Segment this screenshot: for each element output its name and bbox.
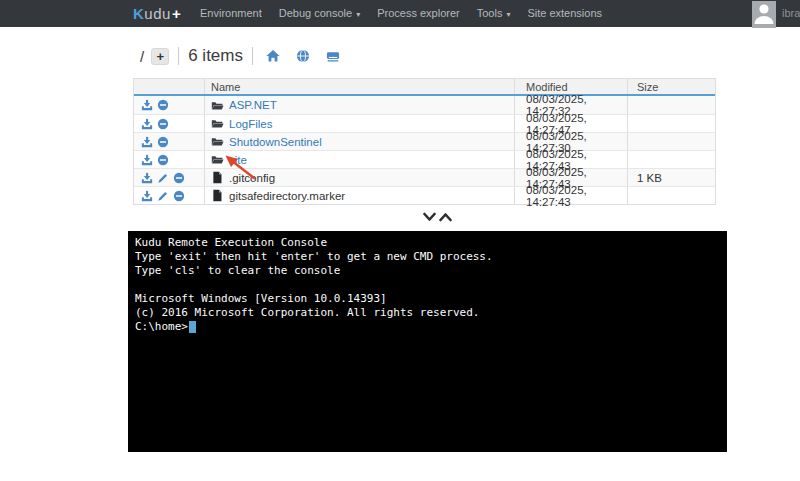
file-icon <box>211 189 224 202</box>
chevron-up-icon[interactable] <box>439 212 452 222</box>
download-icon[interactable] <box>141 99 153 111</box>
download-icon[interactable] <box>141 172 153 184</box>
size-cell: 1 KB <box>627 169 715 186</box>
column-header-size: Size <box>627 79 715 94</box>
name-cell: gitsafedirectory.marker <box>204 187 514 204</box>
chevron-down-icon[interactable] <box>423 212 436 222</box>
delete-icon[interactable] <box>157 99 169 111</box>
column-header-name: Name <box>204 79 514 94</box>
row-actions <box>134 133 204 150</box>
console-prompt-line: C:\home> <box>135 320 720 334</box>
user-avatar[interactable] <box>752 1 776 28</box>
breadcrumb-root[interactable]: / <box>140 48 144 65</box>
caret-down-icon: ▾ <box>356 10 360 19</box>
console-prompt: C:\home> <box>135 320 188 334</box>
kudu-logo[interactable]: Kudu+ <box>133 0 181 27</box>
globe-icon[interactable] <box>296 49 310 63</box>
download-icon[interactable] <box>141 190 153 202</box>
file-name: gitsafedirectory.marker <box>229 190 345 202</box>
table-header: Name Modified Size <box>134 79 715 96</box>
caret-down-icon: ▾ <box>506 10 510 19</box>
console-output: Kudu Remote Execution Console Type 'exit… <box>135 236 720 320</box>
folder-link[interactable]: ASP.NET <box>229 99 277 111</box>
delete-icon[interactable] <box>157 118 169 130</box>
hdd-icon[interactable] <box>326 49 340 63</box>
file-browser-table: Name Modified Size ASP.NET08/03/2025, 14… <box>133 78 716 205</box>
table-row: LogFiles08/03/2025, 14:27:47 <box>134 114 715 132</box>
modified-cell: 08/03/2025, 14:27:43 <box>514 187 627 204</box>
download-icon[interactable] <box>141 118 153 130</box>
remote-execution-console[interactable]: Kudu Remote Execution Console Type 'exit… <box>128 231 727 452</box>
row-actions <box>134 96 204 114</box>
size-cell <box>627 187 715 204</box>
name-cell: LogFiles <box>204 115 514 132</box>
size-cell <box>627 115 715 132</box>
row-actions <box>134 115 204 132</box>
delete-icon[interactable] <box>173 172 185 184</box>
divider <box>178 47 179 65</box>
delete-icon[interactable] <box>157 136 169 148</box>
table-row: gitsafedirectory.marker08/03/2025, 14:27… <box>134 186 715 204</box>
person-icon <box>752 1 776 28</box>
size-cell <box>627 151 715 168</box>
column-header-modified: Modified <box>514 79 627 94</box>
new-item-button[interactable]: + <box>151 48 169 65</box>
column-header-actions <box>134 79 204 94</box>
download-icon[interactable] <box>141 154 153 166</box>
file-browser-toolbar: / + 6 items <box>140 44 340 68</box>
row-actions <box>134 169 204 186</box>
nav-item-process-explorer[interactable]: Process explorer <box>377 0 460 27</box>
download-icon[interactable] <box>141 136 153 148</box>
row-actions <box>134 151 204 168</box>
name-cell: ASP.NET <box>204 96 514 114</box>
folder-link[interactable]: ShutdownSentinel <box>229 136 322 148</box>
username-text: ibra <box>782 0 800 27</box>
items-count: 6 items <box>188 46 243 66</box>
shortcut-icons <box>266 49 340 63</box>
table-row: ShutdownSentinel08/03/2025, 14:27:30 <box>134 132 715 150</box>
nav-item-site-extensions[interactable]: Site extensions <box>527 0 602 27</box>
console-cursor[interactable] <box>189 321 196 333</box>
nav-item-tools[interactable]: Tools▾ <box>477 0 511 28</box>
edit-icon[interactable] <box>157 190 169 202</box>
delete-icon[interactable] <box>173 190 185 202</box>
edit-icon[interactable] <box>157 172 169 184</box>
top-navbar: Kudu+ EnvironmentDebug console▾Process e… <box>0 0 800 27</box>
annotation-arrow <box>218 150 264 184</box>
row-actions <box>134 187 204 204</box>
home-icon[interactable] <box>266 49 280 63</box>
navbar-menu: EnvironmentDebug console▾Process explore… <box>200 0 602 27</box>
console-resize-controls <box>423 212 452 222</box>
delete-icon[interactable] <box>157 154 169 166</box>
folder-icon <box>211 135 224 148</box>
size-cell <box>627 96 715 114</box>
nav-item-debug-console[interactable]: Debug console▾ <box>279 0 360 28</box>
size-cell <box>627 133 715 150</box>
divider <box>252 47 253 65</box>
folder-icon <box>211 99 224 112</box>
folder-icon <box>211 117 224 130</box>
folder-link[interactable]: LogFiles <box>229 118 272 130</box>
nav-item-environment[interactable]: Environment <box>200 0 262 27</box>
name-cell: ShutdownSentinel <box>204 133 514 150</box>
table-row: ASP.NET08/03/2025, 14:27:32 <box>134 96 715 114</box>
